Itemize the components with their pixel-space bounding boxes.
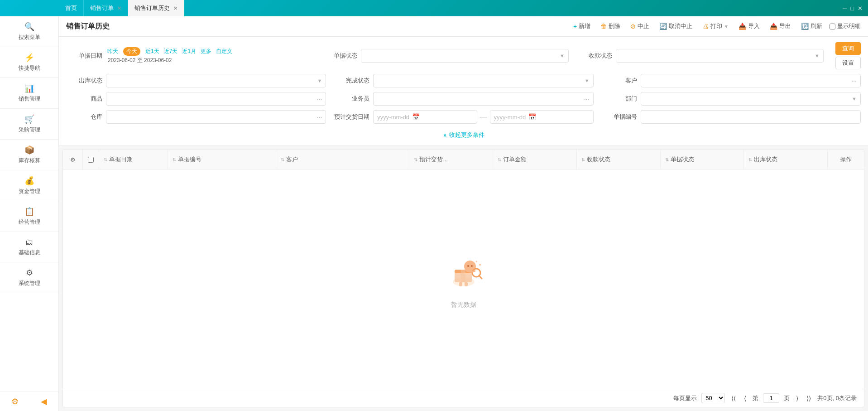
- date-range-display: 2023-06-02 至 2023-06-02: [108, 57, 314, 64]
- date-today-active[interactable]: 今天: [123, 47, 140, 56]
- sort-out-status-icon: ⇅: [748, 157, 752, 162]
- stop-button[interactable]: ⊘ 中止: [628, 21, 652, 32]
- tab-sales-order-history-close[interactable]: ✕: [173, 5, 177, 11]
- export-button[interactable]: 📤 导出: [767, 21, 794, 32]
- sidebar-item-base[interactable]: 🗂 基础信息: [0, 232, 58, 262]
- operations-icon: 📋: [24, 207, 34, 217]
- page-label-prefix: 第: [753, 394, 758, 402]
- pay-status-field[interactable]: ▼: [616, 49, 824, 63]
- collapse-row[interactable]: ∧ 收起更多条件: [66, 128, 861, 140]
- dept-field[interactable]: ▼: [641, 92, 861, 106]
- th-settings[interactable]: ⚙: [63, 150, 83, 169]
- th-doc-date-label: 单据日期: [109, 155, 133, 164]
- th-delivery[interactable]: ⇅ 预计交货...: [409, 150, 493, 169]
- th-checkbox[interactable]: [83, 150, 99, 169]
- complete-status-field[interactable]: ▼: [373, 74, 593, 87]
- sidebar-item-inventory[interactable]: 📦 库存核算: [0, 140, 58, 170]
- th-amount[interactable]: ⇅ 订单金额: [493, 150, 577, 169]
- sidebar-item-operations[interactable]: 📋 经营管理: [0, 201, 58, 232]
- th-checkbox-input[interactable]: [88, 157, 94, 163]
- sort-customer-icon: ⇅: [281, 157, 284, 162]
- last-page-button[interactable]: ⟩⟩: [805, 394, 813, 403]
- warehouse-field[interactable]: ···: [106, 110, 326, 124]
- sidebar-item-sales[interactable]: 📊 销售管理: [0, 78, 58, 109]
- dept-label: 部门: [601, 95, 637, 103]
- tab-home-label: 首页: [65, 4, 77, 12]
- sidebar-item-purchase[interactable]: 🛒 采购管理: [0, 109, 58, 140]
- th-settings-icon: ⚙: [70, 156, 76, 163]
- sidebar-item-purchase-label: 采购管理: [19, 126, 40, 134]
- date-7days-alt[interactable]: 近7天: [164, 48, 178, 55]
- sidebar-item-quick-nav[interactable]: ⚡ 快捷导航: [0, 47, 58, 78]
- print-button[interactable]: 🖨 打印 ▼: [700, 21, 731, 32]
- cancel-stop-icon: 🔄: [659, 23, 667, 30]
- tab-sales-order-history-label: 销售订单历史: [134, 4, 170, 12]
- page-size-select[interactable]: 10 20 50 100: [701, 393, 725, 403]
- delivery-date-end-field[interactable]: yyyy-mm-dd 📅: [490, 110, 594, 124]
- salesperson-field[interactable]: ···: [373, 92, 593, 106]
- goods-group: 商品 ···: [66, 92, 326, 106]
- date-yesterday[interactable]: 昨天: [107, 48, 118, 55]
- show-detail-checkbox[interactable]: [830, 24, 835, 29]
- sort-amount-icon: ⇅: [498, 157, 501, 162]
- date-more[interactable]: 更多: [201, 48, 211, 55]
- page-number-input[interactable]: [763, 393, 779, 403]
- delete-button[interactable]: 🗑 删除: [598, 21, 623, 32]
- customer-field[interactable]: ···: [641, 74, 861, 87]
- system-icon: ⚙: [26, 268, 33, 278]
- tab-home[interactable]: 首页: [59, 0, 84, 16]
- sidebar-item-system[interactable]: ⚙ 系统管理: [0, 262, 58, 293]
- window-close[interactable]: ✕: [858, 5, 863, 12]
- window-maximize[interactable]: □: [850, 5, 854, 12]
- doc-num-label: 单据编号: [601, 113, 637, 121]
- next-page-button[interactable]: ⟩: [794, 394, 800, 403]
- sales-icon: 📊: [24, 83, 34, 93]
- th-doc-num[interactable]: ⇅ 单据编号: [168, 150, 276, 169]
- th-operation-label: 操作: [840, 155, 852, 164]
- th-out-status[interactable]: ⇅ 出库状态: [744, 150, 828, 169]
- th-doc-date[interactable]: ⇅ 单据日期: [99, 150, 168, 169]
- date-7days[interactable]: 近1天: [145, 48, 159, 55]
- svg-rect-3: [461, 270, 465, 282]
- collapse-up-icon: ∧: [443, 132, 447, 139]
- page-label-suffix: 页: [784, 394, 790, 402]
- settings-button[interactable]: 设置: [835, 57, 861, 69]
- import-button[interactable]: 📥 导入: [736, 21, 762, 32]
- doc-num-field[interactable]: [641, 110, 861, 124]
- tab-sales-order[interactable]: 销售订单 ✕: [84, 0, 128, 16]
- first-page-button[interactable]: ⟨⟨: [729, 394, 738, 403]
- finance-icon: 💰: [24, 176, 34, 186]
- th-pay-status[interactable]: ⇅ 收款状态: [577, 150, 661, 169]
- sidebar-collapse-icon[interactable]: ◀: [41, 396, 47, 406]
- tab-sales-order-history[interactable]: 销售订单历史 ✕: [128, 0, 184, 16]
- filter-row-3: 商品 ··· 业务员 ··· 部门 ▼: [66, 92, 861, 106]
- th-customer[interactable]: ⇅ 客户: [276, 150, 409, 169]
- sidebar-item-finance[interactable]: 💰 资金管理: [0, 170, 58, 201]
- sidebar-item-search[interactable]: 🔍 搜索菜单: [0, 16, 58, 47]
- date-custom[interactable]: 自定义: [216, 48, 232, 55]
- query-button[interactable]: 查询: [835, 42, 861, 55]
- refresh-button[interactable]: 🔃 刷新: [798, 21, 825, 32]
- out-status-field[interactable]: ▼: [106, 74, 326, 87]
- delete-label: 删除: [609, 22, 620, 30]
- sidebar-item-base-label: 基础信息: [19, 249, 40, 256]
- doc-status-field[interactable]: ▼: [361, 49, 569, 63]
- delivery-date-start-field[interactable]: yyyy-mm-dd 📅: [373, 110, 477, 124]
- tab-sales-order-close[interactable]: ✕: [117, 5, 121, 11]
- window-controls: ─ □ ✕: [843, 5, 863, 12]
- th-pay-status-label: 收款状态: [587, 155, 610, 164]
- svg-rect-9: [459, 282, 462, 286]
- customer-label: 客户: [601, 77, 637, 85]
- salesperson-dots-icon: ···: [584, 95, 590, 102]
- cancel-stop-button[interactable]: 🔄 取消中止: [657, 21, 695, 32]
- page-title: 销售订单历史: [66, 22, 110, 31]
- goods-field[interactable]: ···: [106, 92, 326, 106]
- window-minimize[interactable]: ─: [843, 5, 847, 12]
- main-layout: 🔍 搜索菜单 ⚡ 快捷导航 📊 销售管理 🛒 采购管理 📦 库存核算 💰 资金管…: [0, 16, 868, 411]
- sidebar-settings-icon[interactable]: ⚙: [11, 396, 19, 406]
- add-button[interactable]: + 新增: [571, 21, 593, 32]
- date-1month[interactable]: 近1月: [182, 48, 196, 55]
- prev-page-button[interactable]: ⟨: [742, 394, 748, 403]
- import-label: 导入: [748, 22, 760, 30]
- th-doc-status[interactable]: ⇅ 单据状态: [661, 150, 744, 169]
